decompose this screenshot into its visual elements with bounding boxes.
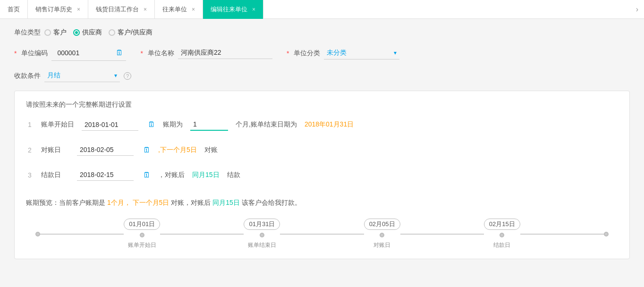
unit-name-field: * 单位名称 (140, 47, 272, 59)
timeline-node-1: 01月01日 账单开始日 (124, 219, 160, 249)
preview-middle: 对账，对账后 (171, 199, 211, 206)
tab-close-edit-partner[interactable]: × (252, 6, 255, 13)
unit-code-input[interactable] (54, 47, 111, 59)
timeline-dot-3 (380, 233, 384, 237)
tab-edit-partner[interactable]: 编辑往来单位 × (203, 0, 263, 19)
tab-sales-history[interactable]: 销售订单历史 × (28, 0, 88, 19)
unit-code-field: * 单位编码 🗓 (14, 45, 126, 61)
timeline-label-3: 对账日 (373, 241, 390, 249)
timeline-line-4 (400, 234, 484, 235)
unit-category-arrow: ▾ (394, 50, 397, 56)
unit-category-field: * 单位分类 未分类 ▾ (287, 47, 399, 59)
timeline-line-2 (160, 234, 244, 235)
unit-name-input[interactable] (178, 47, 272, 59)
timeline-label-4: 结款日 (493, 241, 510, 249)
timeline-start-dot (35, 232, 40, 236)
timeline: 01月01日 账单开始日 01月31日 账单结束日 02月05日 对账日 02月… (26, 219, 618, 249)
preview-suffix: 该客户会给我打款。 (242, 199, 301, 206)
step-3-num: 3 (26, 171, 34, 179)
step-2-suffix-normal: 对账 (204, 146, 218, 154)
preview-part2: 下一个月5日 (133, 199, 169, 206)
unit-category-required: * (287, 50, 289, 57)
unit-category-label: 单位分类 (294, 49, 320, 58)
unit-code-input-wrap: 🗓 (51, 45, 126, 61)
timeline-line-3 (280, 234, 364, 235)
step-3-label: 结款日 (41, 171, 69, 179)
step-1-period-input[interactable] (190, 118, 228, 131)
unit-type-row: 单位类型 客户 供应商 客户/供应商 (14, 28, 630, 37)
step-1-date[interactable] (82, 119, 138, 131)
payment-arrow: ▾ (114, 72, 117, 79)
timeline-node-2: 01月31日 账单结束日 (244, 219, 280, 249)
step-1-label: 账单开始日 (41, 120, 74, 129)
step-2-row: 2 对账日 🗓 ,下一个月5日 对账 (26, 144, 618, 156)
radio-supplier[interactable]: 供应商 (73, 28, 102, 37)
timeline-label-1: 账单开始日 (128, 241, 156, 249)
payment-row: 收款条件 月结 ▾ ? (14, 69, 630, 82)
radio-customer-supplier[interactable]: 客户/供应商 (109, 28, 153, 37)
unit-name-label: 单位名称 (148, 49, 174, 58)
step-1-num: 1 (26, 121, 34, 128)
unit-code-required: * (14, 50, 17, 57)
step-2-num: 2 (26, 146, 34, 154)
step-3-suffix-after: 结款 (227, 171, 240, 179)
tab-nav-right[interactable]: › (630, 5, 644, 14)
unit-category-dropdown[interactable]: 未分类 ▾ (324, 47, 399, 59)
tab-bar: 首页 销售订单历史 × 钱货日清工作台 × 往来单位 × 编辑往来单位 × › (0, 0, 644, 19)
timeline-dot-1 (140, 233, 144, 237)
unit-type-field: 单位类型 客户 供应商 客户/供应商 (14, 28, 153, 37)
unit-name-required: * (140, 50, 143, 57)
radio-customer-supplier-circle (109, 29, 115, 36)
step-1-period-date: 2018年01月31日 (305, 120, 354, 129)
page-content: 单位类型 客户 供应商 客户/供应商 * 单位编码 (0, 19, 644, 287)
unit-code-icon[interactable]: 🗓 (116, 49, 123, 57)
timeline-pill-2: 01月31日 (244, 219, 280, 230)
period-section: 请按照未来的一个完整帐期进行设置 1 账单开始日 🗓 账期为 个月,账单结束日期… (14, 91, 630, 259)
timeline-pill-3: 02月05日 (364, 219, 400, 230)
step-3-date[interactable] (77, 169, 134, 181)
payment-field: 收款条件 月结 ▾ ? (14, 69, 131, 82)
step-2-label: 对账日 (41, 146, 69, 154)
timeline-node-3: 02月05日 对账日 (364, 219, 400, 249)
tab-close-sales-history[interactable]: × (77, 6, 80, 13)
step-2-cal-icon[interactable]: 🗓 (143, 146, 151, 154)
step-3-cal-icon[interactable]: 🗓 (143, 171, 151, 179)
step-2-date[interactable] (77, 144, 134, 156)
step-2-suffix-highlight: ,下一个月5日 (158, 146, 197, 154)
preview-part1: 1个月， (107, 199, 131, 206)
timeline-dot-2 (260, 233, 264, 237)
unit-type-label: 单位类型 (14, 28, 41, 37)
radio-customer[interactable]: 客户 (44, 28, 67, 37)
tab-home[interactable]: 首页 (0, 0, 28, 19)
timeline-pill-1: 01月01日 (124, 219, 160, 230)
timeline-line-5 (520, 234, 604, 235)
unit-category-value: 未分类 (327, 49, 392, 57)
tab-close-cash-work[interactable]: × (144, 6, 147, 13)
radio-customer-circle (44, 29, 51, 36)
step-1-period-prefix: 账期为 (163, 120, 183, 129)
payment-value: 月结 (47, 71, 112, 80)
preview-part3: 同月15日 (212, 199, 240, 206)
tab-partner-units[interactable]: 往来单位 × (155, 0, 203, 19)
preview-text: 账期预览：当前客户账期是 1个月， 下一个月5日 对账，对账后 同月15日 该客… (26, 194, 618, 207)
unit-info-row: * 单位编码 🗓 * 单位名称 * 单位分类 未分类 ▾ (14, 45, 630, 61)
radio-supplier-circle (73, 29, 80, 36)
timeline-dot-4 (500, 233, 504, 237)
step-1-row: 1 账单开始日 🗓 账期为 个月,账单结束日期为 2018年01月31日 (26, 118, 618, 131)
timeline-node-4: 02月15日 结款日 (484, 219, 520, 249)
payment-label: 收款条件 (14, 72, 41, 80)
step-1-period-suffix-before: 个月,账单结束日期为 (236, 120, 297, 129)
unit-type-radio-group: 客户 供应商 客户/供应商 (44, 28, 153, 37)
step-3-suffix-highlight: 同月15日 (192, 171, 220, 179)
unit-code-label: 单位编码 (21, 49, 48, 58)
step-3-suffix-before: ，对账后 (158, 171, 185, 179)
step-3-row: 3 结款日 🗓 ，对账后 同月15日 结款 (26, 169, 618, 181)
payment-help-icon[interactable]: ? (124, 72, 131, 80)
step-1-cal-icon[interactable]: 🗓 (148, 120, 155, 129)
payment-dropdown[interactable]: 月结 ▾ (44, 69, 120, 82)
tab-cash-work[interactable]: 钱货日清工作台 × (88, 0, 155, 19)
timeline-end-dot (604, 232, 609, 236)
tab-close-partner-units[interactable]: × (192, 6, 195, 13)
timeline-pill-4: 02月15日 (484, 219, 520, 230)
timeline-line-1 (40, 234, 124, 235)
